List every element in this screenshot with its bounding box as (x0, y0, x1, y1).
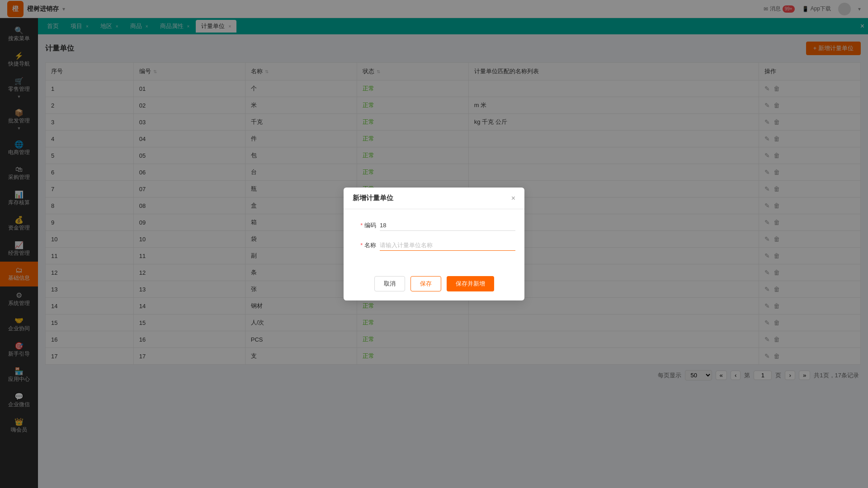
name-input[interactable] (380, 240, 515, 251)
form-row-code: 编码 (353, 220, 515, 231)
name-label: 名称 (353, 241, 380, 249)
add-unit-modal: 新增计量单位 × 编码 名称 取消 保存 保存并新增 (344, 188, 524, 300)
modal-overlay[interactable]: 新增计量单位 × 编码 名称 取消 保存 保存并新增 (0, 0, 868, 488)
cancel-button[interactable]: 取消 (374, 276, 405, 291)
modal-close-button[interactable]: × (511, 194, 515, 202)
code-label: 编码 (353, 221, 380, 230)
modal-body: 编码 名称 (344, 209, 524, 271)
modal-title: 新增计量单位 (353, 194, 393, 202)
form-row-name: 名称 (353, 240, 515, 251)
save-and-add-button[interactable]: 保存并新增 (447, 276, 494, 291)
modal-footer: 取消 保存 保存并新增 (344, 271, 524, 300)
modal-header: 新增计量单位 × (344, 188, 524, 209)
save-button[interactable]: 保存 (410, 276, 441, 291)
code-input[interactable] (380, 220, 515, 231)
